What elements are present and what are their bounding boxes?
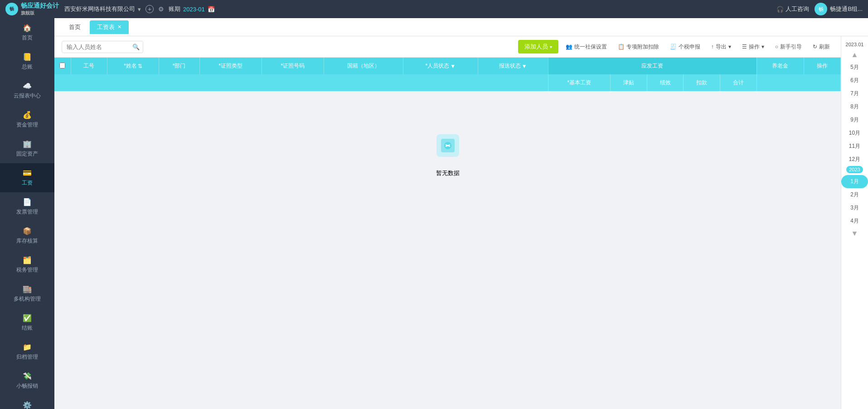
- export-arrow-icon: ▾: [728, 44, 731, 50]
- operations-label: 操作: [749, 43, 760, 51]
- guide-label: 新手引导: [780, 43, 802, 51]
- month-5[interactable]: 5月: [841, 61, 868, 74]
- fixed-assets-icon: 🏢: [23, 140, 32, 148]
- sidebar-item-archive[interactable]: 📁 归档管理: [0, 337, 54, 366]
- sidebar-label-archive: 归档管理: [16, 353, 38, 361]
- month-3[interactable]: 3月: [841, 201, 868, 214]
- th-deduction: 扣款: [684, 74, 720, 91]
- guide-button[interactable]: ○ 新手引导: [771, 41, 805, 53]
- refresh-button[interactable]: ↻ 刷新: [809, 41, 834, 53]
- sidebar-label-ledger: 总账: [22, 63, 33, 71]
- sidebar-item-inventory[interactable]: 📦 库存核算: [0, 221, 54, 250]
- special-deduction-button[interactable]: 📋 专项附加扣除: [614, 41, 663, 53]
- support-label: 人工咨询: [786, 5, 809, 13]
- th-cert-no: *证照号码: [262, 58, 324, 74]
- tab-home-label: 首页: [69, 24, 81, 30]
- table-sub-header-row: *基本工资 津贴 绩效 扣款: [54, 74, 841, 91]
- sidebar-label-invoice: 发票管理: [16, 208, 38, 216]
- sidebar-item-salary[interactable]: 💳 工资: [0, 163, 54, 192]
- main-content: 🔍 添加人员 ▾ 👥 统一社保设置 📋 专项附加扣除: [54, 36, 868, 409]
- company-selector[interactable]: 西安虾米网络科技有限公司 ▾: [64, 5, 141, 13]
- th-performance: 绩效: [647, 74, 684, 91]
- export-button[interactable]: ↑ 导出 ▾: [708, 41, 735, 53]
- year-badge: 2023: [846, 166, 863, 173]
- month-6[interactable]: 6月: [841, 74, 868, 87]
- th-total: 合计: [720, 74, 757, 91]
- sidebar-label-home: 首页: [22, 34, 33, 42]
- person-status-filter[interactable]: *人员状态 ▼: [407, 62, 474, 70]
- select-all-checkbox[interactable]: [59, 63, 65, 68]
- support-button[interactable]: 🎧 人工咨询: [776, 5, 809, 13]
- sidebar-label-expense: 小畅报销: [16, 382, 38, 390]
- sidebar-item-fixed-assets[interactable]: 🏢 固定资产: [0, 134, 54, 163]
- sidebar-item-expense[interactable]: 💸 小畅报销: [0, 366, 54, 395]
- th-dept: *部门: [159, 58, 199, 74]
- operations-button[interactable]: ☰ 操作 ▾: [738, 41, 768, 53]
- sidebar-item-finance[interactable]: 💰 资金管理: [0, 105, 54, 134]
- name-sort[interactable]: *姓名 ⇅: [111, 62, 155, 70]
- th-name: *姓名 ⇅: [107, 58, 159, 74]
- scroll-up-button[interactable]: ▲: [849, 49, 860, 61]
- month-2[interactable]: 2月: [841, 188, 868, 201]
- ledger-icon: 📒: [23, 53, 32, 61]
- close-period-icon: ✅: [23, 314, 32, 322]
- social-security-button[interactable]: 👥 统一社保设置: [562, 41, 611, 53]
- th-pension: 养老金: [756, 58, 804, 74]
- home-icon: 🏠: [23, 24, 32, 32]
- sidebar-item-invoice[interactable]: 📄 发票管理: [0, 192, 54, 221]
- sidebar-item-basic-settings[interactable]: ⚙️ 基础设置: [0, 395, 54, 409]
- finance-icon: 💰: [23, 111, 32, 119]
- empty-state: 暂无数据: [54, 91, 841, 214]
- personal-tax-button[interactable]: 🧾 个税申报: [666, 41, 704, 53]
- sidebar-item-close-period[interactable]: ✅ 结账: [0, 308, 54, 337]
- month-1[interactable]: 1月: [841, 175, 868, 188]
- headset-icon: 🎧: [776, 6, 784, 13]
- sidebar-label-inventory: 库存核算: [16, 237, 38, 245]
- search-input[interactable]: [62, 41, 143, 53]
- month-11[interactable]: 11月: [841, 140, 868, 153]
- salary-icon: 💳: [23, 169, 32, 177]
- empty-text: 暂无数据: [436, 169, 460, 177]
- sidebar-item-ledger[interactable]: 📒 总账: [0, 47, 54, 76]
- tab-home[interactable]: 首页: [62, 20, 88, 34]
- avatar: 畅: [815, 3, 827, 15]
- sidebar-item-multi-org[interactable]: 🏬 多机构管理: [0, 279, 54, 308]
- sidebar-label-salary: 工资: [22, 179, 33, 187]
- personal-tax-label: 个税申报: [679, 43, 700, 51]
- month-8[interactable]: 8月: [841, 100, 868, 113]
- period-selector[interactable]: 账期 2023-01 📅: [169, 5, 215, 13]
- export-icon: ↑: [711, 44, 714, 50]
- tab-close-icon[interactable]: ✕: [117, 24, 121, 30]
- right-panel: 2023.01 ▲ 5月 6月 7月 8月 9月 10月 11月 12月 202…: [841, 36, 868, 409]
- app-logo: 畅 畅应通好会计 旗舰版: [5, 2, 60, 16]
- scroll-down-button[interactable]: ▼: [849, 228, 860, 239]
- th-payroll-group: 应发工资: [548, 58, 756, 74]
- add-company-button[interactable]: +: [145, 5, 154, 13]
- app-version: 旗舰版: [21, 10, 59, 16]
- month-12[interactable]: 12月: [841, 153, 868, 166]
- calendar-icon[interactable]: 📅: [208, 6, 215, 13]
- export-label: 导出: [716, 43, 727, 51]
- month-7[interactable]: 7月: [841, 87, 868, 100]
- invoice-icon: 📄: [23, 198, 32, 206]
- tab-salary-table[interactable]: 工资表 ✕: [90, 20, 129, 34]
- th-action: 操作: [804, 58, 841, 74]
- month-10[interactable]: 10月: [841, 127, 868, 140]
- month-9[interactable]: 9月: [841, 113, 868, 127]
- sidebar-item-home[interactable]: 🏠 首页: [0, 18, 54, 47]
- sidebar-label-multi-org: 多机构管理: [14, 295, 41, 303]
- report-status-filter[interactable]: 报送状态 ▼: [482, 62, 544, 70]
- th-cert-type: *证照类型: [199, 58, 262, 74]
- company-dropdown-icon[interactable]: ▾: [138, 6, 141, 13]
- th-checkbox[interactable]: [54, 58, 71, 74]
- period-value: 2023-01: [183, 6, 205, 13]
- sidebar-item-cloud-report[interactable]: ☁️ 云报表中心: [0, 76, 54, 105]
- sidebar-item-tax[interactable]: 🗂️ 税务管理: [0, 250, 54, 279]
- cloud-icon: ☁️: [23, 82, 32, 90]
- user-info[interactable]: 畅 畅捷通B组...: [815, 3, 863, 15]
- app-name: 畅应通好会计: [21, 2, 59, 10]
- month-4[interactable]: 4月: [841, 214, 868, 228]
- add-person-button[interactable]: 添加人员 ▾: [518, 40, 558, 54]
- company-settings-icon[interactable]: ⚙: [158, 5, 164, 13]
- table-container: 工号 *姓名 ⇅ *部门: [54, 58, 841, 409]
